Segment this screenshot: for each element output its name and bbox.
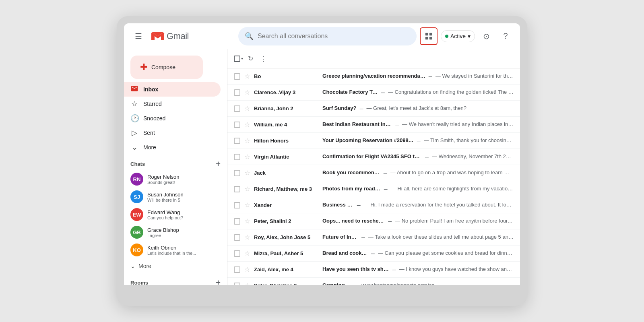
email-row[interactable]: ☆ Jack Book you recommended – — About to… (227, 165, 520, 181)
email-body-12: Have you seen this tv show? – — I know y… (322, 266, 514, 273)
email-row[interactable]: ☆ Zaid, Alex, me 4 Have you seen this tv… (227, 262, 520, 278)
search-bar[interactable]: 🔍 (238, 27, 417, 45)
active-dot-icon (445, 35, 448, 38)
email-checkbox-13[interactable] (234, 283, 240, 285)
star-button-4[interactable]: ☆ (244, 137, 250, 144)
email-checkbox-11[interactable] (234, 250, 240, 257)
more-options-button[interactable]: ⋮ (258, 53, 268, 65)
star-button-6[interactable]: ☆ (244, 169, 250, 177)
email-preview-5: — Wednesday, November 7th 2015,... (432, 153, 514, 161)
refresh-button[interactable]: ↻ (246, 53, 255, 64)
chat-item-edward[interactable]: EW Edward Wang Can you help out? (124, 206, 221, 223)
email-list: ▾ ↻ ⋮ ☆ Bo Greece planning/vacation reco… (227, 49, 520, 285)
hamburger-button[interactable]: ☰ (130, 28, 147, 44)
email-separator-2: – (360, 105, 363, 112)
svg-rect-3 (425, 37, 428, 39)
email-row[interactable]: ☆ Richard, Matthew, me 3 Photos from my … (227, 181, 520, 197)
email-checkbox-3[interactable] (234, 122, 240, 128)
star-button-9[interactable]: ☆ (244, 217, 250, 225)
email-sender-5: Virgin Atlantic (254, 154, 318, 160)
email-checkbox-0[interactable] (234, 73, 240, 80)
active-status-button[interactable]: Active ▾ (441, 30, 475, 42)
search-input[interactable] (258, 33, 410, 40)
email-body-2: Surf Sunday? – — Great, let's meet at Ja… (322, 105, 514, 112)
email-row[interactable]: ☆ Xander Business trip – — Hi, I made a … (227, 197, 520, 213)
email-checkbox-9[interactable] (234, 218, 240, 225)
star-button-12[interactable]: ☆ (244, 266, 250, 273)
select-all-checkbox-wrapper[interactable]: ▾ (234, 56, 243, 62)
star-button-2[interactable]: ☆ (244, 105, 250, 112)
chat-item-grace[interactable]: GB Grace Bishop I agree (124, 223, 221, 241)
snoozed-icon: 🕐 (130, 114, 138, 123)
email-row[interactable]: ☆ William, me 4 Best Indian Restaurant i… (227, 117, 520, 133)
star-button-7[interactable]: ☆ (244, 185, 250, 193)
email-row[interactable]: ☆ Brianna, John 2 Surf Sunday? – — Great… (227, 101, 520, 117)
grid-icon (424, 32, 433, 41)
sidebar-item-inbox[interactable]: Inbox (124, 82, 221, 97)
email-preview-9: — No problem Paul! I am free anyitm befo… (395, 218, 514, 225)
chat-item-roger[interactable]: RN Roger Nelson Sounds great! (124, 170, 221, 188)
email-sender-4: Hilton Honors (254, 138, 318, 144)
email-checkbox-12[interactable] (234, 266, 240, 273)
email-checkbox-8[interactable] (234, 202, 240, 208)
email-row[interactable]: ☆ Peter, Christina 3 Camping – — www.bes… (227, 278, 520, 285)
email-row[interactable]: ☆ Virgin Atlantic Confirmation for Fligh… (227, 149, 520, 165)
email-checkbox-7[interactable] (234, 186, 240, 192)
email-checkbox-5[interactable] (234, 154, 240, 160)
star-button-3[interactable]: ☆ (244, 121, 250, 128)
email-separator-1: – (381, 89, 385, 96)
select-dropdown-arrow[interactable]: ▾ (241, 56, 243, 61)
chat-item-keith[interactable]: KO Keith Obrien Let's include that in th… (124, 241, 221, 259)
email-sender-11: Mizra, Paul, Asher 5 (254, 250, 318, 256)
email-checkbox-10[interactable] (234, 234, 240, 241)
email-row[interactable]: ☆ Roy, Alex, John Jose 5 Future of Inbox… (227, 229, 520, 246)
star-button-1[interactable]: ☆ (244, 89, 250, 96)
help-icon: ? (503, 31, 508, 41)
rooms-section-header: Rooms + (124, 273, 227, 285)
svg-rect-4 (429, 37, 432, 39)
email-sender-8: Xander (254, 202, 318, 208)
star-button-13[interactable]: ☆ (244, 282, 250, 285)
star-button-0[interactable]: ☆ (244, 72, 250, 80)
email-separator-13: – (348, 282, 352, 285)
inbox-icon (130, 85, 138, 95)
account-icon: ⊙ (483, 31, 490, 41)
more-nav-icon: ⌄ (130, 143, 138, 152)
star-button-8[interactable]: ☆ (244, 201, 250, 209)
sidebar-item-starred[interactable]: ☆ Starred (124, 97, 221, 111)
email-row[interactable]: ☆ Bo Greece planning/vacation recommenda… (227, 68, 520, 85)
email-sender-3: William, me 4 (254, 122, 318, 128)
chat-preview-susan: Will be there in 5 (147, 198, 184, 202)
star-button-11[interactable]: ☆ (244, 250, 250, 257)
gmail-logo: Gmail (151, 29, 189, 43)
laptop-frame: ☰ Gmail 🔍 (117, 16, 527, 306)
email-preview-6: — About to go on a trop and was hoping t… (390, 169, 514, 177)
sidebar-item-more[interactable]: ⌄ More (124, 140, 221, 155)
email-row[interactable]: ☆ Hilton Honors Your Upcoming Reservatio… (227, 133, 520, 149)
chats-more-chevron-icon: ⌄ (130, 263, 135, 269)
select-all-checkbox[interactable] (234, 56, 240, 62)
email-checkbox-6[interactable] (234, 170, 240, 176)
help-button[interactable]: ? (497, 28, 514, 44)
email-checkbox-2[interactable] (234, 105, 240, 112)
chat-item-susan[interactable]: SJ Susan Johnson Will be there in 5 (124, 188, 221, 206)
email-row[interactable]: ☆ Mizra, Paul, Asher 5 Bread and cookies… (227, 246, 520, 262)
email-subject-8: Business trip (322, 202, 354, 209)
add-room-button[interactable]: + (216, 278, 221, 285)
email-sender-9: Peter, Shalini 2 (254, 218, 318, 224)
sidebar-item-snoozed[interactable]: 🕐 Snoozed (124, 111, 221, 126)
compose-button[interactable]: ✚ Compose (130, 56, 203, 79)
email-checkbox-4[interactable] (234, 138, 240, 144)
star-button-10[interactable]: ☆ (244, 233, 250, 241)
email-row[interactable]: ☆ Clarence..Vijay 3 Chocolate Factory To… (227, 85, 520, 101)
email-separator-8: – (357, 202, 361, 209)
star-button-5[interactable]: ☆ (244, 153, 250, 161)
add-chat-button[interactable]: + (216, 159, 221, 169)
email-checkbox-1[interactable] (234, 89, 240, 96)
grid-apps-button[interactable] (420, 27, 438, 45)
email-row[interactable]: ☆ Peter, Shalini 2 Oops... need to resch… (227, 213, 520, 229)
sidebar-item-sent[interactable]: ▷ Sent (124, 126, 221, 140)
email-separator-5: – (425, 153, 429, 161)
account-button[interactable]: ⊙ (478, 28, 494, 44)
chats-more-button[interactable]: ⌄ More (124, 259, 227, 273)
